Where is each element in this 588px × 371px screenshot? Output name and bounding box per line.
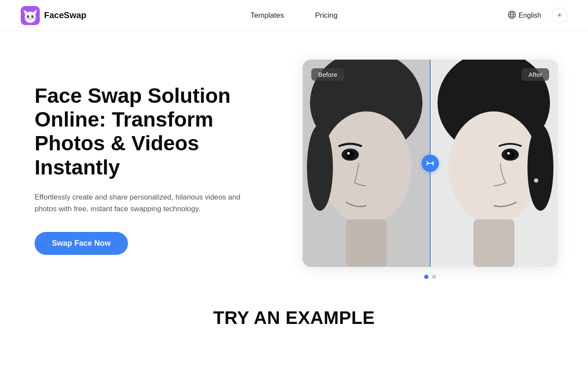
main-nav: Templates Pricing bbox=[235, 8, 353, 23]
hero-title: Face Swap Solution Online: Transform Pho… bbox=[35, 84, 277, 179]
badge-before: Before bbox=[311, 68, 344, 81]
try-example-title: TRY AN EXAMPLE bbox=[0, 308, 588, 328]
svg-point-34 bbox=[534, 178, 538, 183]
svg-point-30 bbox=[506, 150, 514, 159]
globe-icon bbox=[508, 10, 516, 21]
after-panel bbox=[430, 60, 558, 267]
swap-face-now-button[interactable]: Swap Face Now bbox=[35, 232, 128, 255]
dot-2[interactable] bbox=[432, 275, 436, 279]
language-selector[interactable]: English bbox=[504, 9, 545, 22]
svg-point-31 bbox=[507, 152, 510, 155]
nav-pricing[interactable]: Pricing bbox=[300, 8, 353, 23]
hero-right: Before After bbox=[303, 60, 558, 279]
badge-after: After bbox=[521, 68, 549, 81]
svg-point-7 bbox=[32, 16, 33, 16]
sun-icon: ☀ bbox=[556, 11, 562, 19]
header-right: English ☀ bbox=[504, 8, 567, 23]
try-section: TRY AN EXAMPLE bbox=[0, 299, 588, 346]
slider-handle[interactable] bbox=[422, 155, 439, 172]
svg-point-8 bbox=[30, 18, 31, 19]
svg-point-4 bbox=[27, 15, 29, 18]
svg-point-3 bbox=[25, 12, 36, 23]
before-after-slider[interactable]: Before After bbox=[303, 60, 558, 267]
logo-text: FaceSwap bbox=[44, 10, 86, 20]
before-panel bbox=[303, 60, 430, 267]
logo[interactable]: FaceSwap bbox=[21, 6, 86, 25]
hero-description: Effortlessly create and share personaliz… bbox=[35, 191, 259, 215]
dot-1[interactable] bbox=[424, 275, 428, 279]
svg-rect-24 bbox=[346, 219, 387, 267]
logo-icon bbox=[21, 6, 40, 25]
nav-templates[interactable]: Templates bbox=[235, 8, 299, 23]
hero-left: Face Swap Solution Online: Transform Pho… bbox=[35, 84, 277, 255]
language-label: English bbox=[519, 12, 541, 19]
svg-point-22 bbox=[346, 150, 355, 159]
svg-point-33 bbox=[527, 124, 553, 211]
svg-point-20 bbox=[321, 111, 412, 224]
svg-point-28 bbox=[448, 111, 539, 224]
slider-dots bbox=[424, 275, 436, 279]
svg-point-6 bbox=[28, 16, 29, 16]
svg-point-25 bbox=[307, 124, 333, 211]
svg-point-23 bbox=[347, 152, 350, 155]
svg-point-5 bbox=[32, 15, 34, 18]
hero-section: Face Swap Solution Online: Transform Pho… bbox=[0, 31, 588, 299]
svg-rect-32 bbox=[473, 219, 514, 267]
theme-toggle[interactable]: ☀ bbox=[552, 8, 567, 23]
header: FaceSwap Templates Pricing English ☀ bbox=[0, 0, 588, 31]
